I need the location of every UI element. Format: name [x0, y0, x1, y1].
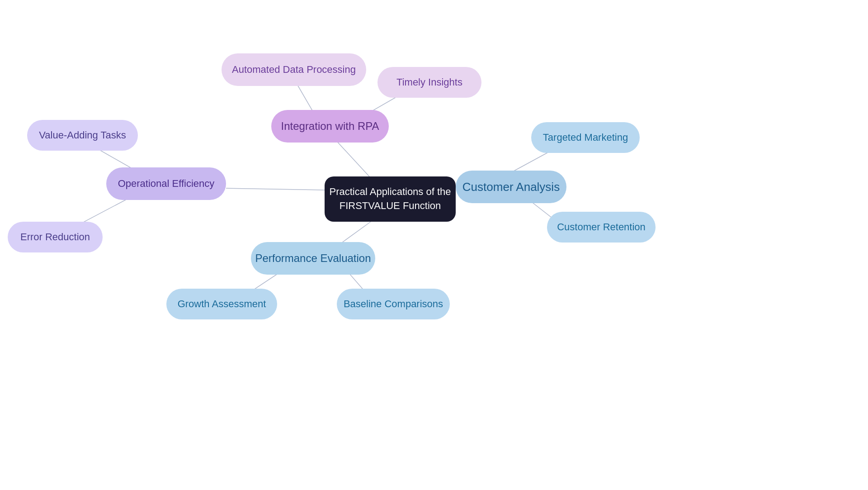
operational-efficiency-node: Operational Efficiency	[106, 167, 226, 200]
automated-data-processing-label: Automated Data Processing	[232, 64, 356, 76]
value-adding-tasks-label: Value-Adding Tasks	[39, 129, 126, 141]
timely-insights-node: Timely Insights	[377, 67, 481, 98]
center-label: Practical Applications of the FIRSTVALUE…	[329, 185, 451, 213]
growth-assessment-label: Growth Assessment	[178, 298, 266, 310]
center-node: Practical Applications of the FIRSTVALUE…	[325, 176, 456, 222]
integration-rpa-label: Integration with RPA	[281, 120, 379, 133]
timely-insights-label: Timely Insights	[396, 76, 462, 88]
customer-retention-node: Customer Retention	[547, 212, 656, 243]
performance-evaluation-node: Performance Evaluation	[251, 242, 375, 275]
automated-data-processing-node: Automated Data Processing	[222, 53, 366, 86]
customer-retention-label: Customer Retention	[557, 221, 646, 233]
targeted-marketing-label: Targeted Marketing	[543, 132, 628, 143]
performance-evaluation-label: Performance Evaluation	[255, 252, 371, 265]
baseline-comparisons-node: Baseline Comparisons	[337, 289, 450, 319]
targeted-marketing-node: Targeted Marketing	[531, 122, 640, 153]
customer-analysis-node: Customer Analysis	[456, 171, 566, 203]
integration-rpa-node: Integration with RPA	[271, 110, 389, 143]
svg-line-3	[226, 188, 325, 190]
value-adding-tasks-node: Value-Adding Tasks	[27, 120, 138, 151]
customer-analysis-label: Customer Analysis	[462, 180, 560, 194]
baseline-comparisons-label: Baseline Comparisons	[344, 298, 443, 310]
error-reduction-label: Error Reduction	[20, 231, 90, 243]
operational-efficiency-label: Operational Efficiency	[118, 178, 215, 190]
error-reduction-node: Error Reduction	[8, 222, 103, 252]
growth-assessment-node: Growth Assessment	[166, 289, 277, 319]
